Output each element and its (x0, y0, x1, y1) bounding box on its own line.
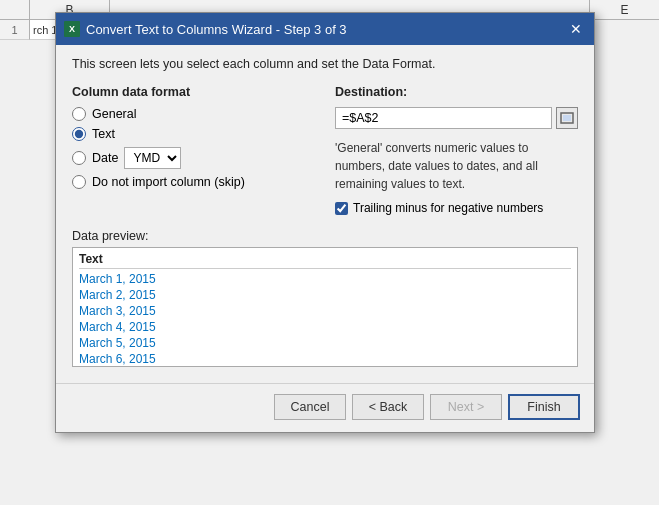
data-preview-label: Data preview: (72, 229, 578, 243)
radio-group: General Text Date YMD MDY DMY (72, 107, 315, 189)
trailing-minus-label: Trailing minus for negative numbers (353, 201, 543, 215)
excel-icon: X (64, 21, 80, 37)
data-preview-section: Data preview: Text March 1, 2015 March 2… (72, 229, 578, 367)
destination-input[interactable] (335, 107, 552, 129)
excel-icon-label: X (69, 24, 75, 34)
svg-rect-1 (563, 115, 571, 121)
dialog-window: X Convert Text to Columns Wizard - Step … (55, 12, 595, 433)
finish-button[interactable]: Finish (508, 394, 580, 420)
radio-date[interactable]: Date YMD MDY DMY (72, 147, 315, 169)
preview-row-3: March 4, 2015 (79, 319, 571, 335)
radio-skip[interactable]: Do not import column (skip) (72, 175, 315, 189)
col-e-header: E (590, 0, 659, 19)
dialog-title: Convert Text to Columns Wizard - Step 3 … (86, 22, 347, 37)
preview-row-1: March 2, 2015 (79, 287, 571, 303)
date-format-select[interactable]: YMD MDY DMY (124, 147, 181, 169)
collapse-icon (560, 112, 574, 124)
row-1-header: 1 (0, 20, 30, 40)
titlebar-left: X Convert Text to Columns Wizard - Step … (64, 21, 347, 37)
destination-input-row (335, 107, 578, 129)
preview-row-0: March 1, 2015 (79, 271, 571, 287)
preview-row-5: March 6, 2015 (79, 351, 571, 367)
column-data-format-panel: Column data format General Text Date (72, 85, 315, 215)
radio-skip-input[interactable] (72, 175, 86, 189)
radio-date-input[interactable] (72, 151, 86, 165)
radio-text-label: Text (92, 127, 115, 141)
radio-general-input[interactable] (72, 107, 86, 121)
data-preview-box: Text March 1, 2015 March 2, 2015 March 3… (72, 247, 578, 367)
radio-general-label: General (92, 107, 136, 121)
radio-general[interactable]: General (72, 107, 315, 121)
next-button[interactable]: Next > (430, 394, 502, 420)
column-format-label: Column data format (72, 85, 315, 99)
description-text: This screen lets you select each column … (72, 57, 578, 71)
main-columns: Column data format General Text Date (72, 85, 578, 215)
destination-label: Destination: (335, 85, 578, 99)
preview-row-4: March 5, 2015 (79, 335, 571, 351)
close-button[interactable]: ✕ (566, 19, 586, 39)
preview-row-2: March 3, 2015 (79, 303, 571, 319)
radio-text-input[interactable] (72, 127, 86, 141)
preview-header: Text (79, 252, 571, 269)
radio-text[interactable]: Text (72, 127, 315, 141)
destination-panel: Destination: 'General' converts numeric … (335, 85, 578, 215)
collapse-button[interactable] (556, 107, 578, 129)
dialog-footer: Cancel < Back Next > Finish (56, 383, 594, 432)
radio-skip-label: Do not import column (skip) (92, 175, 245, 189)
trailing-minus-checkbox[interactable] (335, 202, 348, 215)
cancel-button[interactable]: Cancel (274, 394, 346, 420)
dialog-body: This screen lets you select each column … (56, 45, 594, 379)
back-button[interactable]: < Back (352, 394, 424, 420)
dialog-titlebar: X Convert Text to Columns Wizard - Step … (56, 13, 594, 45)
radio-date-label: Date (92, 151, 118, 165)
general-description: 'General' converts numeric values to num… (335, 139, 578, 193)
trailing-minus-row[interactable]: Trailing minus for negative numbers (335, 201, 578, 215)
